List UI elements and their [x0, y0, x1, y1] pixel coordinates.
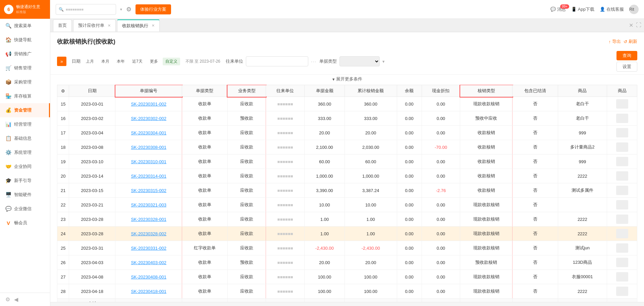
export-btn[interactable]: ↑ 导出	[609, 39, 621, 45]
query-btn[interactable]: 查询	[616, 51, 637, 60]
cell-bill-no[interactable]: SK-20230301-002	[115, 97, 182, 111]
message-btn[interactable]: 💬 消息 99+	[550, 6, 566, 12]
cell-bill-no[interactable]: SK-20230408-001	[115, 270, 182, 284]
sidebar-item-guide[interactable]: 🎓 新手引导	[0, 174, 50, 188]
col-settings[interactable]: ⚙	[57, 85, 69, 97]
content-area: 收款核销执行(按收款) ↑ 导出 ↺ 刷新 » 日期 上月 本月 本	[50, 32, 644, 306]
sidebar-item-system[interactable]: ⚙️ 系统管理	[0, 145, 50, 160]
topbar-search-box[interactable]: 🔍 ■■■■■■■■	[56, 4, 116, 15]
bill-no-link[interactable]: SK-20230314-001	[131, 174, 166, 179]
cell-product: 老白干	[558, 97, 607, 111]
cell-total-cancel: 3,387.24	[344, 183, 397, 198]
tab-close-all-icon[interactable]: ✕	[629, 22, 633, 28]
sidebar-item-member[interactable]: V 畅会员	[0, 216, 50, 230]
bill-no-link[interactable]: SK-20230301-002	[131, 102, 166, 107]
service-btn[interactable]: 👤 在线客服	[600, 6, 624, 12]
cell-cancel-type: 现款收款核销	[460, 212, 513, 227]
bill-no-link[interactable]: SK-20230321-003	[131, 202, 166, 207]
sidebar-item-corp[interactable]: 🤝 企业协同	[0, 160, 50, 174]
bill-no-link[interactable]: SK-20230315-002	[131, 188, 166, 193]
cell-bill-type: 收款单	[182, 198, 227, 212]
total-cell	[115, 299, 182, 302]
cell-bill-no[interactable]: SK-20230310-001	[115, 155, 182, 169]
tab-collection-close-icon[interactable]: ✕	[152, 23, 155, 28]
cell-cash-discount: 0.00	[422, 111, 460, 126]
cell-bill-no[interactable]: SK-20230315-002	[115, 183, 182, 198]
sidebar-item-marketing[interactable]: 📢 营销推广	[0, 47, 50, 61]
cell-bill-no[interactable]: SK-20230418-001	[115, 284, 182, 299]
cell-cash-discount: 0.00	[422, 169, 460, 183]
cell-bill-no[interactable]: SK-20230304-001	[115, 126, 182, 140]
cell-product-img	[607, 270, 637, 284]
bill-no-link[interactable]: SK-20230302-002	[131, 116, 166, 121]
bill-no-link[interactable]: SK-20230328-001	[131, 217, 166, 222]
horizontal-scrollbar[interactable]	[50, 302, 644, 306]
sidebar-item-finance[interactable]: 💰 资金管理	[0, 103, 50, 117]
sidebar-item-quick[interactable]: 🏠 快捷导航	[0, 33, 50, 47]
sidebar-item-hardware[interactable]: 🖥️ 智能硬件	[0, 188, 50, 202]
sidebar-item-sales[interactable]: 🛒 销售管理	[0, 61, 50, 75]
table-row: 202023-03-14SK-20230314-001收款单应收款■■■■■■1…	[57, 169, 637, 183]
purchase-icon: 📦	[5, 79, 11, 85]
date-pill-7days[interactable]: 近7天	[129, 58, 145, 65]
sidebar-item-wechat[interactable]: 💬 企业微信	[0, 202, 50, 216]
cell-bill-amount: 1,000.00	[305, 169, 344, 183]
bill-no-link[interactable]: SK-20230328-002	[131, 231, 166, 236]
user-avatar[interactable]: Rit	[629, 5, 639, 14]
sidebar-item-operations[interactable]: 📊 经营管理	[0, 117, 50, 131]
date-pill-this-month[interactable]: 本月	[99, 58, 112, 65]
page-title: 收款核销执行(按收款)	[57, 38, 115, 46]
cell-include-settled: 否	[513, 169, 558, 183]
cell-bill-no[interactable]: SK-20230314-001	[115, 169, 182, 183]
industry-btn[interactable]: 体验行业方案	[136, 4, 171, 14]
bill-no-link[interactable]: SK-20230304-001	[131, 130, 166, 135]
cell-bill-no[interactable]: SK-20230403-002	[115, 255, 182, 270]
table-row: 252023-03-31SK-20230331-002红字收款单应收款■■■■■…	[57, 241, 637, 255]
corp-icon: 🤝	[5, 164, 11, 170]
settings-bottom-icon[interactable]: ⚙	[5, 296, 10, 303]
date-pill-more[interactable]: 更多	[147, 58, 161, 65]
cell-balance: 0.00	[397, 212, 422, 227]
bill-no-link[interactable]: SK-20230403-002	[131, 260, 166, 265]
gear-icon[interactable]: ⚙	[126, 6, 131, 13]
cell-no: 22	[57, 198, 69, 212]
filter-expand-btn[interactable]: »	[57, 57, 66, 66]
bill-no-link[interactable]: SK-20230310-001	[131, 159, 166, 164]
bill-no-link[interactable]: SK-20230331-002	[131, 246, 166, 251]
dropdown-arrow-icon[interactable]: ▾	[120, 7, 122, 12]
tab-fullscreen-icon[interactable]: ⛶	[636, 22, 641, 28]
cell-bill-no[interactable]: SK-20230328-002	[115, 227, 182, 241]
sidebar-item-label: 基础信息	[14, 135, 32, 141]
tab-collection[interactable]: 收款核销执行 ✕	[117, 19, 160, 32]
tab-prepay[interactable]: 预计应收付单 ✕	[73, 19, 116, 32]
col-cancel-type: 核销类型	[460, 85, 513, 97]
date-pill-last-month[interactable]: 上月	[83, 58, 97, 65]
filter-settings-btn[interactable]: 设置	[616, 62, 637, 72]
tab-prepay-close-icon[interactable]: ✕	[108, 23, 111, 28]
cell-bill-no[interactable]: SK-20230302-002	[115, 111, 182, 126]
sidebar-item-search[interactable]: 🔍 搜索菜单	[0, 19, 50, 33]
table-row: 182023-03-08SK-20230308-001收款单应收款■■■■■■2…	[57, 140, 637, 155]
expand-more-btn[interactable]: ▾ 展开更多条件	[332, 76, 362, 82]
tab-home[interactable]: 首页	[53, 19, 72, 32]
bill-no-link[interactable]: SK-20230308-001	[131, 145, 166, 150]
partner-input[interactable]	[246, 56, 308, 66]
date-label: 日期	[72, 58, 80, 64]
cell-bill-no[interactable]: SK-20230331-002	[115, 241, 182, 255]
app-download-btn[interactable]: 📱 App下载	[571, 6, 594, 12]
sidebar-item-inventory[interactable]: 🏪 库存核算	[0, 89, 50, 103]
collapse-icon[interactable]: ◀	[14, 296, 18, 303]
sidebar-item-basic[interactable]: 📋 基础信息	[0, 131, 50, 145]
cell-bill-amount: 3,390.00	[305, 183, 344, 198]
cell-bill-no[interactable]: SK-20230328-001	[115, 212, 182, 227]
date-pill-custom[interactable]: 自定义	[163, 58, 180, 65]
cell-bill-no[interactable]: SK-20230308-001	[115, 140, 182, 155]
sidebar-item-purchase[interactable]: 📦 采购管理	[0, 75, 50, 89]
refresh-btn[interactable]: ↺ 刷新	[624, 39, 637, 45]
cell-include-settled: 否	[513, 270, 558, 284]
cell-bill-no[interactable]: SK-20230321-003	[115, 198, 182, 212]
date-pill-this-year[interactable]: 本年	[114, 58, 127, 65]
bill-type-select[interactable]	[339, 56, 380, 66]
bill-no-link[interactable]: SK-20230418-001	[131, 289, 166, 294]
bill-no-link[interactable]: SK-20230408-001	[131, 274, 166, 280]
